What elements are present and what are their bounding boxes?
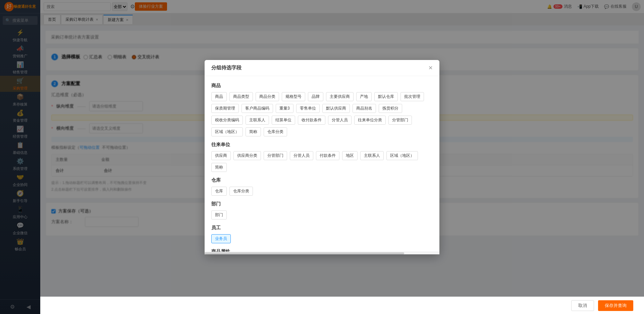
field-tag[interactable]: 简称 [211,163,227,172]
field-tag[interactable]: 主联系人 [246,116,269,125]
field-tag[interactable]: 供应商 [211,151,231,160]
field-tag[interactable]: 收付款条件 [298,116,325,125]
field-tag[interactable]: 分管部门 [388,116,412,125]
field-tag[interactable]: 商品分类 [256,92,279,101]
field-select-dialog: 分组待选字段 ✕ 商品 商品 商品类型 商品分类 规格型号 品牌 主要供应商 产… [205,60,439,254]
section-title-employee: 员工 [211,225,433,231]
dialog-header: 分组待选字段 ✕ [205,60,439,76]
field-tag[interactable]: 税收分类编码 [211,116,243,125]
field-tag[interactable]: 商品 [211,92,227,101]
field-tag[interactable]: 默认仓库 [374,92,398,101]
scrollbar-thumb [205,252,404,254]
field-tag[interactable]: 规格型号 [282,92,305,101]
field-tag[interactable]: 供应商分类 [233,151,261,160]
field-tag[interactable]: 商品类型 [229,92,253,101]
dialog-overlay: 分组待选字段 ✕ 商品 商品 商品类型 商品分类 规格型号 品牌 主要供应商 产… [0,0,644,314]
field-tag[interactable]: 区域（地区） [211,127,243,136]
save-query-button[interactable]: 保存并查询 [598,300,633,311]
field-tag-employee[interactable]: 业务员 [211,234,231,243]
field-tag[interactable]: 商品别名 [353,104,376,113]
field-tag[interactable]: 简称 [246,127,261,136]
field-tag[interactable]: 客户商品编码 [241,104,273,113]
field-tag[interactable]: 批次管理 [400,92,424,101]
dialog-close-button[interactable]: ✕ [428,65,433,71]
field-grid-department: 部门 [211,210,433,219]
field-tag[interactable]: 分管人员 [290,151,313,160]
field-tag[interactable]: 区域（地区） [386,151,418,160]
page-footer: 取消 保存并查询 [40,297,644,314]
dialog-title: 分组待选字段 [211,65,241,71]
field-tag[interactable]: 重量3 [276,104,293,113]
field-tag[interactable]: 主联系人 [360,151,384,160]
section-title-partner: 往来单位 [211,142,433,148]
field-tag[interactable]: 默认供应商 [322,104,350,113]
field-tag[interactable]: 产地 [356,92,372,101]
field-tag[interactable]: 仓库分类 [229,187,253,196]
section-title-department: 部门 [211,201,433,207]
field-tag[interactable]: 付款条件 [316,151,339,160]
dialog-body: 商品 商品 商品类型 商品分类 规格型号 品牌 主要供应商 产地 默认仓库 批次… [205,76,439,252]
field-grid-product: 商品 商品类型 商品分类 规格型号 品牌 主要供应商 产地 默认仓库 批次管理 … [211,92,433,136]
field-tag[interactable]: 保质期管理 [211,104,239,113]
field-grid-warehouse: 仓库 仓库分类 [211,187,433,196]
field-tag[interactable]: 拣货积分 [379,104,402,113]
cancel-button[interactable]: 取消 [571,300,594,311]
field-grid-employee: 业务员 [211,234,433,243]
field-tag[interactable]: 地区 [342,151,358,160]
field-tag[interactable]: 品牌 [308,92,323,101]
section-title-product-attr: 商品属性 [211,249,433,252]
field-tag[interactable]: 部门 [211,210,227,219]
field-grid-partner: 供应商 供应商分类 分管部门 分管人员 付款条件 地区 主联系人 区域（地区） … [211,151,433,172]
field-tag[interactable]: 零售单位 [296,104,320,113]
section-title-warehouse: 仓库 [211,177,433,183]
field-tag[interactable]: 结算单位 [272,116,295,125]
field-tag[interactable]: 分管部门 [264,151,287,160]
field-tag[interactable]: 主要供应商 [326,92,354,101]
field-tag[interactable]: 分管人员 [328,116,352,125]
field-tag[interactable]: 往来单位分类 [354,116,386,125]
section-title-product: 商品 [211,83,433,89]
field-tag[interactable]: 仓库分类 [264,127,287,136]
field-tag[interactable]: 仓库 [211,187,227,196]
dialog-horizontal-scrollbar[interactable] [205,252,439,254]
